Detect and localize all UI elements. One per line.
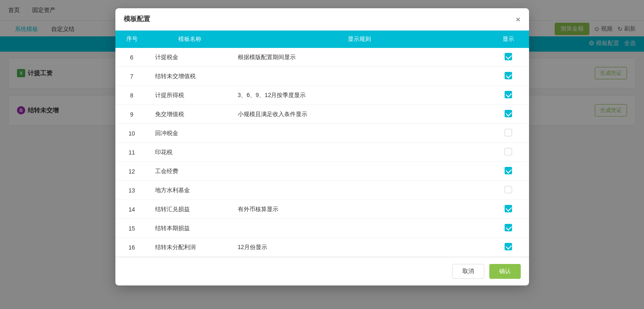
th-seq: 序号 [115,31,148,48]
table-row: 6计提税金根据模版配置期间显示 [115,48,529,67]
modal-title: 模板配置 [124,15,150,24]
checkbox-checked-3[interactable] [505,110,512,117]
confirm-button[interactable]: 确认 [489,264,521,279]
cell-seq-7: 13 [115,181,148,200]
checkbox-checked-0[interactable] [505,53,512,60]
table-row: 14结转汇兑损益有外币核算显示 [115,200,529,219]
cell-show-0[interactable] [488,48,529,67]
cell-name-5: 印花税 [148,143,231,162]
th-rule: 显示规则 [231,31,488,48]
table-row: 9免交增值税小规模且满足收入条件显示 [115,105,529,124]
checkbox-checked-9[interactable] [505,224,512,231]
cell-rule-6 [231,162,488,181]
cell-name-7: 地方水利基金 [148,181,231,200]
cell-name-10: 结转未分配利润 [148,238,231,257]
th-show: 显示 [488,31,529,48]
modal-footer: 取消 确认 [115,257,529,285]
cell-rule-8: 有外币核算显示 [231,200,488,219]
checkbox-checked-2[interactable] [505,91,512,98]
cell-seq-10: 16 [115,238,148,257]
modal-header: 模板配置 × [115,8,529,31]
cell-seq-5: 11 [115,143,148,162]
cell-name-0: 计提税金 [148,48,231,67]
cell-rule-0: 根据模版配置期间显示 [231,48,488,67]
cell-show-9[interactable] [488,219,529,238]
cell-rule-10: 12月份显示 [231,238,488,257]
cell-show-2[interactable] [488,86,529,105]
cell-seq-3: 9 [115,105,148,124]
cell-rule-1 [231,67,488,86]
cell-rule-2: 3、6、9、12月按季度显示 [231,86,488,105]
cell-show-3[interactable] [488,105,529,124]
cell-rule-7 [231,181,488,200]
cell-name-8: 结转汇兑损益 [148,200,231,219]
checkbox-unchecked-7[interactable] [505,186,512,193]
cell-rule-4 [231,124,488,143]
table-row: 10回冲税金 [115,124,529,143]
cell-seq-6: 12 [115,162,148,181]
table-row: 7结转未交增值税 [115,67,529,86]
modal-template-config: 模板配置 × 序号 模板名称 显示规则 显示 6计提税金根据模版配置期间显示7结… [115,8,529,285]
cell-rule-5 [231,143,488,162]
cell-show-8[interactable] [488,200,529,219]
table-row: 12工会经费 [115,162,529,181]
cell-seq-1: 7 [115,67,148,86]
cell-show-6[interactable] [488,162,529,181]
table-row: 16结转未分配利润12月份显示 [115,238,529,257]
cancel-button[interactable]: 取消 [452,264,484,279]
checkbox-checked-10[interactable] [505,243,512,250]
cell-name-3: 免交增值税 [148,105,231,124]
cell-show-10[interactable] [488,238,529,257]
checkbox-unchecked-5[interactable] [505,148,512,155]
checkbox-checked-1[interactable] [505,72,512,79]
cell-name-2: 计提所得税 [148,86,231,105]
table-row: 15结转本期损益 [115,219,529,238]
checkbox-checked-8[interactable] [505,205,512,212]
cell-show-7[interactable] [488,181,529,200]
cell-name-4: 回冲税金 [148,124,231,143]
table-row: 11印花税 [115,143,529,162]
checkbox-unchecked-4[interactable] [505,129,512,136]
cell-show-1[interactable] [488,67,529,86]
cell-show-4[interactable] [488,124,529,143]
modal-close-button[interactable]: × [516,15,521,24]
modal-body: 序号 模板名称 显示规则 显示 6计提税金根据模版配置期间显示7结转未交增值税8… [115,31,529,257]
cell-seq-2: 8 [115,86,148,105]
cell-name-9: 结转本期损益 [148,219,231,238]
cell-seq-0: 6 [115,48,148,67]
table-row: 13地方水利基金 [115,181,529,200]
checkbox-checked-6[interactable] [505,167,512,174]
config-table: 序号 模板名称 显示规则 显示 6计提税金根据模版配置期间显示7结转未交增值税8… [115,31,529,257]
cell-show-5[interactable] [488,143,529,162]
cell-seq-8: 14 [115,200,148,219]
modal-overlay: 模板配置 × 序号 模板名称 显示规则 显示 6计提税金根据模版配置期间显示7结… [0,0,644,309]
cell-rule-9 [231,219,488,238]
cell-name-1: 结转未交增值税 [148,67,231,86]
cell-name-6: 工会经费 [148,162,231,181]
table-row: 8计提所得税3、6、9、12月按季度显示 [115,86,529,105]
th-name: 模板名称 [148,31,231,48]
cell-rule-3: 小规模且满足收入条件显示 [231,105,488,124]
cell-seq-4: 10 [115,124,148,143]
cell-seq-9: 15 [115,219,148,238]
